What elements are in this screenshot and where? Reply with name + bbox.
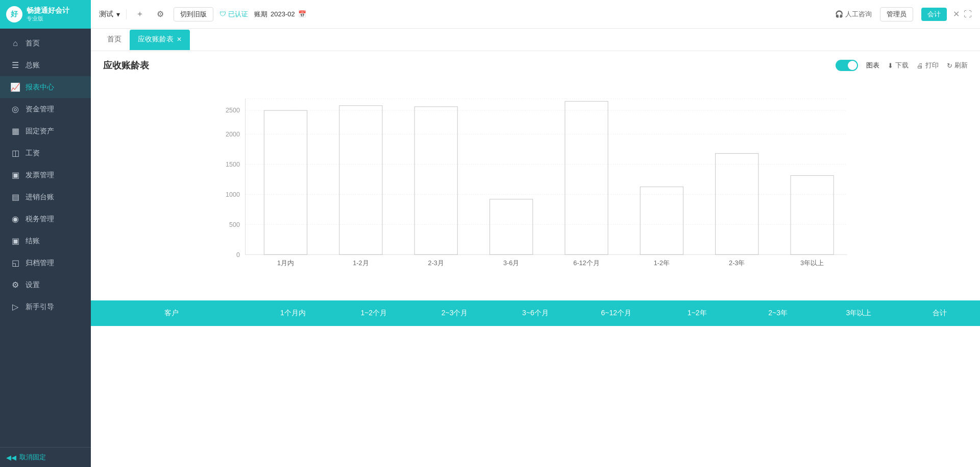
invoice-icon: ▣: [10, 170, 20, 180]
sidebar-item-settle-label: 结账: [26, 237, 40, 246]
bar-chart: 0 500 1000 1500 2000 2500: [103, 88, 968, 292]
period-value: 2023-02: [271, 10, 295, 18]
guide-icon: ▷: [10, 302, 20, 312]
user-button[interactable]: 管理员: [880, 7, 913, 21]
reports-icon: 📈: [10, 82, 20, 92]
page-title: 应收账龄表: [103, 59, 149, 72]
svg-text:1-2月: 1-2月: [353, 260, 369, 267]
tab-aging-close[interactable]: ✕: [177, 36, 182, 43]
consult-button[interactable]: 🎧 人工咨询: [835, 10, 872, 19]
role-button[interactable]: 会计: [921, 8, 947, 21]
sidebar-item-invoice-label: 发票管理: [26, 171, 54, 180]
sidebar-item-settle[interactable]: ▣ 结账: [0, 230, 91, 252]
svg-rect-24: [490, 199, 533, 254]
svg-rect-21: [414, 107, 457, 254]
assets-icon: ▦: [10, 126, 20, 136]
sidebar-item-ledger-label: 总账: [26, 61, 40, 70]
sidebar-item-ledger[interactable]: ☰ 总账: [0, 54, 91, 76]
svg-text:2500: 2500: [226, 107, 240, 114]
svg-text:1500: 1500: [226, 161, 240, 168]
tab-home[interactable]: 首页: [99, 30, 130, 50]
download-icon: ⬇: [888, 62, 893, 69]
svg-text:6-12个月: 6-12个月: [573, 260, 599, 267]
settle-icon: ▣: [10, 236, 20, 246]
download-button[interactable]: ⬇ 下载: [888, 61, 909, 70]
period-label: 账期: [254, 10, 267, 19]
topbar: 测试 ▾ ＋ ⚙ 切到旧版 🛡 已认证 账期 2023-02 📅 🎧 人工咨询 …: [91, 0, 980, 29]
svg-text:0: 0: [236, 251, 240, 259]
svg-rect-28: [565, 101, 608, 254]
sidebar-item-guide-label: 新手引导: [26, 302, 54, 312]
sidebar-item-guide[interactable]: ▷ 新手引导: [0, 296, 91, 318]
certified-badge: 🛡 已认证: [219, 10, 248, 19]
svg-text:1000: 1000: [226, 191, 240, 198]
topbar-icon-group: ✕ ⛶: [953, 9, 972, 19]
settings-button[interactable]: ⚙: [153, 7, 167, 21]
consult-label: 人工咨询: [845, 10, 872, 19]
svg-rect-14: [264, 110, 307, 254]
svg-text:2-3月: 2-3月: [428, 260, 444, 267]
print-button[interactable]: 🖨 打印: [917, 61, 939, 70]
col-6-12m: 6~12个月: [576, 300, 656, 326]
svg-rect-36: [791, 176, 834, 255]
sidebar-logo: 好 畅捷通好会计 专业版: [0, 0, 91, 29]
table-area: 客户 1个月内 1~2个月 2~3个月 3~6个月 6~12个月 1~2年 2~…: [91, 300, 980, 326]
svg-text:3-6月: 3-6月: [503, 260, 519, 267]
expand-button[interactable]: ⛶: [964, 9, 972, 19]
settings-icon: ⚙: [10, 280, 20, 290]
close-button[interactable]: ✕: [953, 9, 960, 19]
sidebar-item-tax-label: 税务管理: [26, 215, 54, 224]
add-button[interactable]: ＋: [133, 7, 147, 21]
col-3y-plus: 3年以上: [818, 300, 899, 326]
archive-icon: ◱: [10, 258, 20, 268]
unpin-icon: ◀◀: [6, 454, 16, 461]
sidebar-footer[interactable]: ◀◀ 取消固定: [0, 447, 91, 467]
svg-text:1-2年: 1-2年: [654, 260, 670, 267]
col-1-2y: 1~2年: [657, 300, 738, 326]
sidebar-item-trade-label: 进销台账: [26, 193, 54, 202]
tabbar: 首页 应收账龄表 ✕: [91, 29, 980, 51]
sidebar-item-salary[interactable]: ◫ 工资: [0, 142, 91, 164]
sidebar-item-tax[interactable]: ◉ 税务管理: [0, 208, 91, 230]
col-2-3y: 2~3年: [738, 300, 818, 326]
sidebar-item-settings[interactable]: ⚙ 设置: [0, 274, 91, 296]
chevron-down-icon: ▾: [116, 10, 120, 18]
sidebar-item-assets[interactable]: ▦ 固定资产: [0, 120, 91, 142]
calendar-icon[interactable]: 📅: [298, 10, 306, 18]
sidebar-item-invoice[interactable]: ▣ 发票管理: [0, 164, 91, 186]
project-name: 测试: [99, 10, 113, 19]
sidebar-item-trade[interactable]: ▤ 进销台账: [0, 186, 91, 208]
trade-icon: ▤: [10, 192, 20, 202]
table-header: 客户 1个月内 1~2个月 2~3个月 3~6个月 6~12个月 1~2年 2~…: [91, 300, 980, 326]
col-customer: 客户: [91, 300, 253, 326]
svg-rect-22: [414, 107, 457, 254]
svg-rect-19: [339, 106, 382, 255]
sidebar-item-archive[interactable]: ◱ 归档管理: [0, 252, 91, 274]
col-1-2m: 1~2个月: [333, 300, 414, 326]
tab-home-label: 首页: [107, 35, 121, 44]
chart-toggle[interactable]: [836, 60, 858, 71]
svg-text:1月内: 1月内: [277, 260, 294, 267]
salary-icon: ◫: [10, 148, 20, 158]
tab-aging[interactable]: 应收账龄表 ✕: [130, 30, 190, 50]
sidebar-item-home[interactable]: ⌂ 首页: [0, 33, 91, 54]
main: 测试 ▾ ＋ ⚙ 切到旧版 🛡 已认证 账期 2023-02 📅 🎧 人工咨询 …: [91, 0, 980, 467]
headset-icon: 🎧: [835, 10, 843, 18]
svg-rect-18: [339, 106, 382, 255]
svg-rect-33: [716, 153, 758, 254]
col-total: 合计: [899, 300, 980, 326]
content-area: 应收账龄表 图表 ⬇ 下载 🖨 打印 ↻ 刷新: [91, 51, 980, 467]
divider-1: [126, 9, 127, 19]
project-selector[interactable]: 测试 ▾: [99, 10, 120, 19]
unpin-label: 取消固定: [19, 453, 46, 462]
refresh-button[interactable]: ↻ 刷新: [947, 61, 968, 70]
period-display: 账期 2023-02 📅: [254, 10, 306, 19]
svg-text:2-3年: 2-3年: [729, 260, 745, 267]
sidebar-item-reports[interactable]: 📈 报表中心: [0, 76, 91, 98]
sidebar-item-home-label: 首页: [26, 39, 40, 48]
svg-text:500: 500: [229, 221, 240, 228]
app-edition: 专业版: [27, 15, 69, 22]
sidebar-item-archive-label: 归档管理: [26, 259, 54, 268]
switch-version-button[interactable]: 切到旧版: [174, 7, 213, 21]
sidebar-item-funds[interactable]: ◎ 资金管理: [0, 98, 91, 120]
